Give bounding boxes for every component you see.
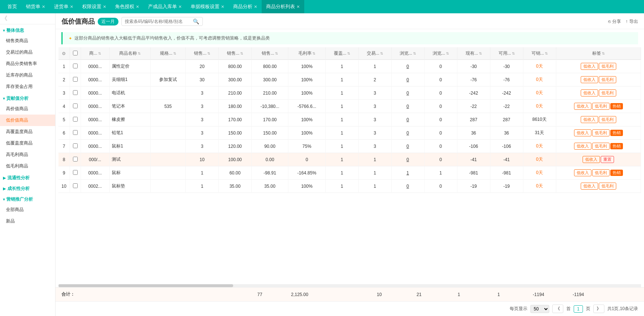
row-view1[interactable]: 0 (391, 153, 424, 166)
row-checkbox[interactable] (70, 153, 81, 166)
sidebar-item-low-profit[interactable]: 低毛利商品 (0, 160, 55, 172)
time-filter-badge[interactable]: 近一月 (98, 18, 118, 26)
view-link[interactable]: 0 (406, 157, 409, 162)
th-saleable[interactable]: 可销...⇅ (523, 47, 556, 60)
row-select-checkbox[interactable] (73, 77, 78, 82)
view-link[interactable]: 0 (406, 64, 409, 69)
row-select-checkbox[interactable] (73, 130, 78, 135)
sidebar-item-stock-fund[interactable]: 库存资金占用 (0, 81, 55, 92)
nav-product-analysis[interactable]: 商品分析 ✕ (229, 0, 262, 13)
close-icon[interactable]: ✕ (42, 4, 45, 9)
th-tags[interactable]: 标签⇅ (556, 47, 641, 60)
row-select-checkbox[interactable] (73, 64, 78, 68)
row-view1[interactable]: 0 (391, 86, 424, 100)
row-checkbox[interactable] (70, 60, 81, 73)
row-name[interactable]: 笔记本 (110, 100, 151, 113)
row-view1[interactable]: 0 (391, 60, 424, 73)
row-view1[interactable]: 1 (391, 166, 424, 180)
sidebar-item-category-sales[interactable]: 商品分类销售率 (0, 58, 55, 69)
view-link[interactable]: 0 (406, 144, 409, 149)
nav-product-storage[interactable]: 产成品入库单 ✕ (144, 0, 186, 13)
row-select-checkbox[interactable] (73, 143, 78, 148)
settings-icon[interactable]: ⚙ (62, 51, 66, 56)
sidebar-item-all-goods[interactable]: 全部商品 (0, 204, 55, 215)
th-code[interactable]: 商...⇅ (81, 47, 110, 60)
view-link[interactable]: 0 (406, 77, 409, 82)
row-select-checkbox[interactable] (73, 103, 78, 108)
first-page-button[interactable]: 《 (552, 305, 563, 313)
row-view1[interactable]: 0 (391, 180, 424, 193)
row-name[interactable]: 属性定价 (110, 60, 151, 73)
sidebar-item-high-profit[interactable]: 高毛利商品 (0, 149, 55, 160)
close-icon[interactable]: ✕ (178, 4, 182, 9)
row-name[interactable]: 电话机 (110, 86, 151, 100)
row-checkbox[interactable] (70, 140, 81, 153)
row-view1[interactable]: 0 (391, 113, 424, 126)
sidebar-section-liquidity[interactable]: ▶流通性分析 (0, 172, 55, 183)
close-icon[interactable]: ✕ (254, 4, 257, 9)
th-settings[interactable]: ⚙ (58, 47, 70, 60)
share-button[interactable]: ⎋ 分享 (608, 18, 621, 25)
close-icon[interactable]: ✕ (103, 4, 106, 9)
th-sale2[interactable]: 销售...⇅ (218, 47, 251, 60)
close-icon[interactable]: ✕ (70, 4, 73, 9)
nav-permission[interactable]: 权限设置 ✕ (78, 0, 111, 13)
row-name[interactable]: 鼠标 (110, 166, 151, 180)
close-icon[interactable]: ✕ (136, 4, 139, 9)
next-page-button[interactable]: 》 (593, 305, 604, 313)
th-view2[interactable]: 浏览...⇅ (424, 47, 457, 60)
row-name[interactable]: 测试 (110, 153, 151, 166)
sidebar-item-sales-goods[interactable]: 销售类商品 (0, 35, 55, 47)
row-select-checkbox[interactable] (73, 117, 78, 122)
row-name[interactable]: 鼠标垫 (110, 180, 151, 193)
row-view1[interactable]: 0 (391, 140, 424, 153)
row-select-checkbox[interactable] (73, 170, 78, 175)
sidebar-item-high-value[interactable]: 高价值商品 (0, 103, 55, 115)
th-sale1[interactable]: 销售...⇅ (186, 47, 219, 60)
row-name[interactable]: 吴细细1 (110, 73, 151, 86)
row-view1[interactable]: 0 (391, 126, 424, 140)
scrollbar-thumb[interactable] (58, 284, 233, 287)
sidebar-item-low-stock[interactable]: 近库存的商品 (0, 69, 55, 81)
nav-role-auth[interactable]: 角色授权 ✕ (111, 0, 144, 13)
close-icon[interactable]: ✕ (221, 4, 224, 9)
sidebar-item-low-coverage[interactable]: 低覆盖度商品 (0, 137, 55, 149)
row-view1[interactable]: 0 (391, 73, 424, 86)
row-checkbox[interactable] (70, 126, 81, 140)
th-sale3[interactable]: 销售...⇅ (251, 47, 288, 60)
nav-sales-order[interactable]: 销货单 ✕ (21, 0, 50, 13)
view-link[interactable]: 1 (406, 170, 409, 176)
select-all-checkbox[interactable] (73, 51, 78, 55)
row-checkbox[interactable] (70, 73, 81, 86)
sidebar-item-high-coverage[interactable]: 高覆盖度商品 (0, 126, 55, 137)
view-link[interactable]: 0 (406, 117, 409, 122)
row-checkbox[interactable] (70, 166, 81, 180)
sidebar-item-low-value[interactable]: 低价值商品 (0, 115, 55, 126)
row-checkbox[interactable] (70, 180, 81, 193)
th-name[interactable]: 商品名称⇅ (110, 47, 151, 60)
nav-purchase-order[interactable]: 进货单 ✕ (50, 0, 78, 13)
th-available[interactable]: 可用...⇅ (490, 47, 523, 60)
search-icon[interactable]: 🔍 (193, 18, 199, 24)
sidebar-section-overall[interactable]: ▾整体信息 (0, 24, 55, 35)
row-view1[interactable]: 0 (391, 100, 424, 113)
th-current-stock[interactable]: 现有...⇅ (457, 47, 490, 60)
th-checkbox[interactable] (70, 47, 81, 60)
th-view1[interactable]: 浏览...⇅ (391, 47, 424, 60)
th-coverage[interactable]: 覆盖...⇅ (325, 47, 358, 60)
th-margin[interactable]: 毛利率⇅ (288, 47, 325, 60)
row-select-checkbox[interactable] (73, 157, 78, 162)
row-name[interactable]: 鼠标1 (110, 140, 151, 153)
horizontal-scrollbar[interactable] (58, 284, 641, 287)
search-input[interactable] (125, 19, 191, 24)
sidebar-item-new-goods[interactable]: 新品 (0, 215, 55, 227)
sidebar-item-traded-goods[interactable]: 交易过的商品 (0, 47, 55, 58)
th-trade[interactable]: 交易...⇅ (358, 47, 391, 60)
row-name[interactable]: 铅笔1 (110, 126, 151, 140)
sidebar-section-growth[interactable]: ▶成长性分析 (0, 183, 55, 193)
row-checkbox[interactable] (70, 100, 81, 113)
th-spec[interactable]: 规格...⇅ (150, 47, 185, 60)
nav-template-setting[interactable]: 单据模板设置 ✕ (186, 0, 229, 13)
sidebar-section-marketing[interactable]: ▾营销推广分析 (0, 193, 55, 204)
row-select-checkbox[interactable] (73, 183, 78, 188)
